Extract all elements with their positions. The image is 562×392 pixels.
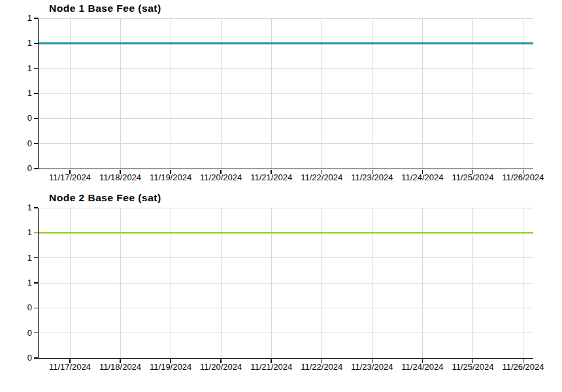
y-tick-label: 0 bbox=[1, 302, 32, 313]
y-tick-label: 1 bbox=[1, 63, 32, 74]
y-axis-tick-mark bbox=[34, 233, 38, 234]
y-tick-label: 1 bbox=[1, 13, 32, 24]
x-tick-label: 11/26/2024 bbox=[497, 362, 549, 372]
y-axis-tick-mark bbox=[34, 282, 38, 284]
x-tick-label: 11/22/2024 bbox=[295, 362, 348, 372]
y-axis-tick-mark bbox=[34, 68, 38, 69]
chart-node-1-base-fee: Node 1 Base Fee (sat) 111100011/17/20241… bbox=[0, 0, 562, 189]
x-tick-label: 11/25/2024 bbox=[446, 362, 499, 372]
x-tick-label: 11/17/2024 bbox=[44, 172, 96, 183]
y-tick-label: 0 bbox=[1, 113, 32, 123]
plot-area: 111100011/17/202411/18/202411/19/202411/… bbox=[38, 208, 533, 359]
y-tick-label: 0 bbox=[1, 328, 32, 338]
y-axis-tick-mark bbox=[34, 333, 38, 334]
plot-area: 111100011/17/202411/18/202411/19/202411/… bbox=[38, 18, 533, 169]
y-axis-tick-mark bbox=[34, 257, 38, 259]
y-axis-tick-mark bbox=[34, 93, 38, 94]
series-plot bbox=[39, 18, 533, 169]
x-tick-label: 11/19/2024 bbox=[144, 362, 197, 372]
y-axis-tick-mark bbox=[34, 143, 38, 144]
y-axis-tick-mark bbox=[34, 118, 38, 120]
x-tick-label: 11/20/2024 bbox=[195, 362, 247, 372]
y-axis-tick-mark bbox=[34, 18, 38, 19]
series-plot bbox=[39, 208, 533, 358]
y-tick-label: 1 bbox=[1, 227, 32, 238]
y-tick-label: 0 bbox=[1, 163, 32, 174]
x-tick-label: 11/24/2024 bbox=[396, 172, 448, 183]
y-tick-label: 1 bbox=[1, 88, 32, 99]
x-tick-label: 11/21/2024 bbox=[245, 172, 297, 183]
x-tick-label: 11/26/2024 bbox=[497, 172, 549, 183]
x-tick-label: 11/17/2024 bbox=[44, 362, 96, 372]
x-tick-label: 11/18/2024 bbox=[94, 172, 146, 183]
y-axis-tick-mark bbox=[34, 43, 38, 44]
y-axis-tick-mark bbox=[34, 168, 38, 169]
y-axis-tick-mark bbox=[34, 308, 38, 309]
y-tick-label: 0 bbox=[1, 139, 32, 149]
x-tick-label: 11/23/2024 bbox=[346, 172, 398, 183]
x-tick-label: 11/20/2024 bbox=[195, 172, 247, 183]
chart-title: Node 2 Base Fee (sat) bbox=[49, 192, 161, 204]
x-tick-label: 11/22/2024 bbox=[295, 172, 348, 183]
y-axis-tick-mark bbox=[34, 357, 38, 359]
x-tick-label: 11/24/2024 bbox=[396, 362, 448, 372]
y-axis-tick-mark bbox=[34, 207, 38, 208]
x-tick-label: 11/19/2024 bbox=[144, 172, 197, 183]
y-tick-label: 1 bbox=[1, 203, 32, 213]
x-tick-label: 11/25/2024 bbox=[446, 172, 499, 183]
y-tick-label: 1 bbox=[1, 278, 32, 288]
x-tick-label: 11/21/2024 bbox=[245, 362, 297, 372]
y-tick-label: 1 bbox=[1, 253, 32, 263]
y-tick-label: 1 bbox=[1, 38, 32, 48]
y-tick-label: 0 bbox=[1, 353, 32, 363]
chart-title: Node 1 Base Fee (sat) bbox=[49, 3, 161, 14]
x-tick-label: 11/23/2024 bbox=[346, 362, 398, 372]
x-tick-label: 11/18/2024 bbox=[94, 362, 146, 372]
chart-node-2-base-fee: Node 2 Base Fee (sat) 111100011/17/20241… bbox=[0, 189, 562, 392]
